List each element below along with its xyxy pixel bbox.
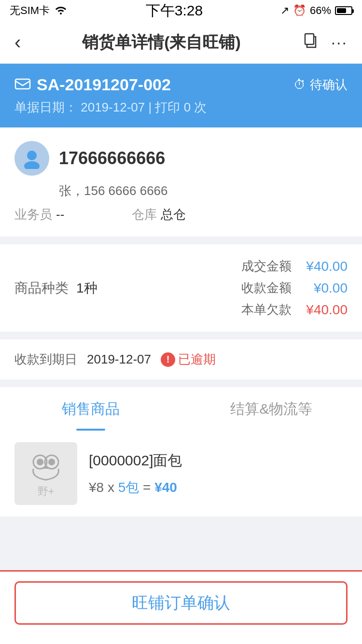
confirm-order-button[interactable]: 旺铺订单确认 [14,581,348,625]
product-types-area: 商品种类 1种 [14,279,97,297]
product-info: [0000002]面包 ¥8 x 5包 = ¥40 [89,451,348,497]
warehouse-item: 仓库 总仓 [132,206,186,223]
owed-label: 本单欠款 [241,301,292,318]
product-total: ¥40 [154,480,177,495]
bottom-bar: 旺铺订单确认 [0,570,362,644]
svg-rect-1 [15,79,30,89]
overdue-text: 已逾期 [178,351,216,368]
more-icon[interactable]: ··· [331,33,348,52]
product-logo: 野+ [27,448,65,499]
product-thumbnail: 野+ [14,442,77,505]
due-date-value: 2019-12-07 [87,352,151,367]
status-time: 下午3:28 [146,1,203,21]
status-bar: 无SIM卡 下午3:28 ↗ ⏰ 66% [0,0,362,21]
back-button[interactable]: ‹ [14,31,21,53]
amount-block: 成交金额 ¥40.00 收款金额 ¥0.00 本单欠款 ¥40.00 [241,258,348,318]
order-number: SA-20191207-002 [14,75,171,94]
divider-1 [0,237,362,244]
sales-value: -- [56,207,64,222]
divider-3 [0,379,362,387]
divider-2 [0,332,362,339]
svg-point-7 [48,459,55,465]
avatar [14,141,49,176]
page-title: 销货单详情(来自旺铺) [21,31,302,54]
nav-actions: ··· [302,32,348,53]
location-icon: ↗ [280,4,289,17]
order-date-row: 单据日期： 2019-12-07 | 打印 0 次 [14,99,348,116]
overdue-icon: ! [161,352,175,367]
summary-card: 商品种类 1种 成交金额 ¥40.00 收款金额 ¥0.00 本单欠款 ¥40.… [0,244,362,332]
due-date-card: 收款到期日 2019-12-07 ! 已逾期 [0,339,362,379]
product-types-value: 1种 [76,279,97,297]
status-right: ↗ ⏰ 66% [280,4,352,17]
product-logo-text: 野+ [38,484,55,499]
svg-point-6 [37,459,43,465]
overdue-badge: ! 已逾期 [161,351,216,368]
product-card: 野+ [0000002]面包 ¥8 x 5包 = ¥40 [0,431,362,517]
svg-point-3 [24,161,40,169]
battery-percent: 66% [310,4,331,17]
warehouse-value: 总仓 [161,206,186,223]
tab-settlement-logistics[interactable]: 结算&物流等 [181,387,362,431]
sales-label: 业务员 [14,206,52,223]
tab-underline [76,429,105,431]
transaction-row: 成交金额 ¥40.00 [241,258,348,275]
svg-point-2 [27,151,37,160]
customer-meta: 业务员 -- 仓库 总仓 [14,206,348,223]
transaction-label: 成交金额 [241,258,292,275]
warehouse-label: 仓库 [132,206,157,223]
nav-bar: ‹ 销货单详情(来自旺铺) ··· [0,21,362,64]
received-value: ¥0.00 [299,280,348,296]
order-header-card: SA-20191207-002 ⏱ 待确认 单据日期： 2019-12-07 |… [0,64,362,127]
wifi-icon [54,4,68,17]
svg-rect-0 [305,34,314,44]
owed-row: 本单欠款 ¥40.00 [241,301,348,318]
order-icon [14,76,31,93]
customer-phone: 17666666666 [59,148,165,168]
tab-bar: 销售商品 结算&物流等 [0,387,362,431]
svg-marker-8 [43,464,48,469]
status-left: 无SIM卡 [10,3,68,18]
customer-card: 17666666666 张，156 6666 6666 业务员 -- 仓库 总仓 [0,127,362,237]
product-qty: 5包 [118,480,139,495]
product-types-label: 商品种类 [14,279,69,297]
alarm-icon: ⏰ [293,4,306,17]
received-row: 收款金额 ¥0.00 [241,280,348,296]
customer-name-phone: 张，156 6666 6666 [14,182,348,199]
battery-icon [335,6,352,15]
tab-sales-products[interactable]: 销售商品 [0,387,181,431]
product-price: ¥8 x 5包 = ¥40 [89,478,348,497]
received-label: 收款金额 [241,280,292,296]
share-icon[interactable] [302,32,320,53]
product-name: [0000002]面包 [89,451,348,471]
order-status: ⏱ 待确认 [293,76,348,93]
owed-value: ¥40.00 [299,302,348,318]
no-sim-text: 无SIM卡 [10,3,50,18]
status-clock-icon: ⏱ [293,77,306,92]
due-label: 收款到期日 [14,351,77,368]
transaction-value: ¥40.00 [299,259,348,274]
sales-item: 业务员 -- [14,206,64,223]
